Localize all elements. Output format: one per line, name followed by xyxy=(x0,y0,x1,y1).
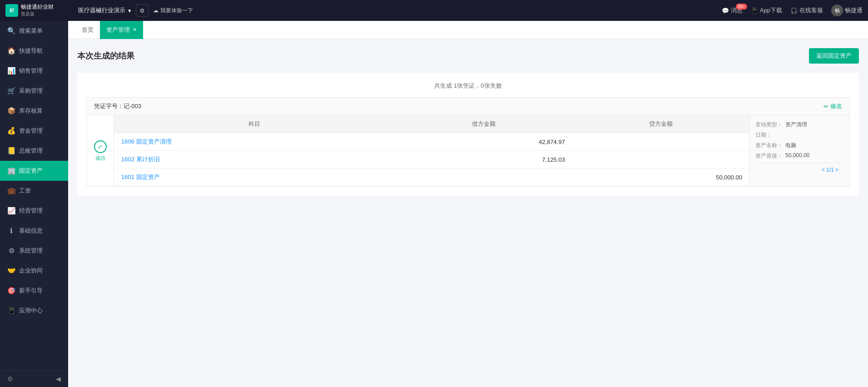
sidebar-item-quicknav[interactable]: 🏠 快捷导航 xyxy=(0,41,68,61)
cell-debit xyxy=(395,169,572,186)
user-profile[interactable]: 畅 畅捷通 xyxy=(831,5,863,16)
edit-button[interactable]: ✏ 修改 xyxy=(823,102,842,110)
sidebar-item-finance[interactable]: 💰 资金管理 xyxy=(0,121,68,141)
change-type-label: 变动类型： xyxy=(755,121,783,129)
sidebar-icon-cooperation: 🤝 xyxy=(7,267,15,275)
asset-name-label: 资产名称： xyxy=(755,142,783,149)
voucher-section: 凭证字号：记-003 ✏ 修改 xyxy=(86,97,850,187)
tab-home[interactable]: 首页 xyxy=(75,21,100,39)
asset-name-value: 电脑 xyxy=(785,142,796,149)
pagination[interactable]: < 1/1 > xyxy=(755,163,844,177)
sidebar-icon-basic_info: ℹ xyxy=(7,227,15,235)
table-row: 1602 累计折旧 7,125.03 xyxy=(114,151,749,169)
sidebar-label-sales: 销售管理 xyxy=(19,67,43,75)
online-service-button[interactable]: 🎧 在线客服 xyxy=(790,6,823,15)
cell-credit xyxy=(572,133,749,151)
sidebar-item-payroll[interactable]: 💼 工资 xyxy=(0,181,68,201)
top-bar: 好 畅捷通好业财 普及版 医疗器械行业演示 ▾ ⚙ ☁ 我要体验一下 💬 消息 … xyxy=(0,0,868,21)
voucher-header: 凭证字号：记-003 ✏ 修改 xyxy=(87,98,849,115)
side-row-asset-name: 资产名称： 电脑 xyxy=(755,142,844,149)
sidebar-label-purchase: 采购管理 xyxy=(19,87,43,95)
original-value-value: 50,000.00 xyxy=(785,152,809,160)
tab-asset_mgmt[interactable]: 资产管理✕ xyxy=(100,21,143,39)
sidebar-item-guide[interactable]: 🎯 新手引导 xyxy=(0,281,68,301)
experience-label: 我要体验一下 xyxy=(160,7,193,15)
company-name: 医疗器械行业演示 xyxy=(78,6,125,15)
sidebar-label-cooperation: 企业协同 xyxy=(19,267,43,275)
sidebar-icon-search: 🔍 xyxy=(7,27,15,35)
sidebar-item-basic_info[interactable]: ℹ 基础信息 xyxy=(0,221,68,241)
result-summary: 共生成 1张凭证，0张失败 xyxy=(86,82,850,90)
app-download-label: App下载 xyxy=(760,6,782,15)
chevron-down-icon: ▾ xyxy=(128,7,131,14)
side-info: 变动类型： 资产清理 日期： 资产名称： 电脑 xyxy=(749,115,849,186)
side-row-change-type: 变动类型： 资产清理 xyxy=(755,121,844,129)
sidebar-item-apps[interactable]: 📱 应用中心 xyxy=(0,301,68,321)
settings-button[interactable]: ⚙ xyxy=(136,4,149,17)
sidebar-item-fixed_assets[interactable]: 🏢 固定资产 xyxy=(0,161,68,181)
sidebar-item-search[interactable]: 🔍 搜索菜单 xyxy=(0,21,68,41)
phone-icon: 📱 xyxy=(751,7,758,14)
sidebar: 🔍 搜索菜单 🏠 快捷导航 📊 销售管理 🛒 采购管理 📦 库存核算 💰 资金管… xyxy=(0,21,68,387)
sidebar-item-purchase[interactable]: 🛒 采购管理 xyxy=(0,81,68,101)
cell-debit: 7,125.03 xyxy=(395,151,572,169)
sidebar-label-basic_info: 基础信息 xyxy=(19,227,43,235)
voucher-table-container: ✓ 成功 科目 借方金额 xyxy=(87,115,849,186)
tab-label-asset_mgmt: 资产管理 xyxy=(106,26,130,34)
edit-label: 修改 xyxy=(830,102,842,110)
message-icon: 💬 xyxy=(722,7,729,14)
sidebar-icon-finance: 💰 xyxy=(7,127,15,135)
sidebar-label-ledger: 总账管理 xyxy=(19,147,43,155)
sidebar-label-search: 搜索菜单 xyxy=(19,27,43,35)
table-wrapper: 科目 借方金额 贷方金额 1606 固定资产清理 42,874.97 1602 … xyxy=(114,115,749,186)
sidebar-item-system[interactable]: ⚙ 系统管理 xyxy=(0,241,68,261)
sidebar-item-inventory[interactable]: 📦 库存核算 xyxy=(0,101,68,121)
sidebar-icon-system: ⚙ xyxy=(7,247,15,255)
settings-bottom-icon[interactable]: ⚙ xyxy=(7,375,13,382)
sidebar-icon-inventory: 📦 xyxy=(7,107,15,115)
table-main: ✓ 成功 科目 借方金额 xyxy=(87,115,749,186)
sidebar-item-ledger[interactable]: 📒 总账管理 xyxy=(0,141,68,161)
username: 畅捷通 xyxy=(845,6,863,15)
avatar: 畅 xyxy=(831,5,843,16)
table-row: 1601 固定资产 50,000.00 xyxy=(114,169,749,186)
edit-icon: ✏ xyxy=(823,103,828,110)
cell-debit: 42,874.97 xyxy=(395,133,572,151)
table-row: 1606 固定资产清理 42,874.97 xyxy=(114,133,749,151)
sidebar-icon-apps: 📱 xyxy=(7,307,15,315)
tab-bar: 首页资产管理✕ xyxy=(68,21,868,39)
cell-account: 1602 累计折旧 xyxy=(114,151,395,169)
return-button[interactable]: 返回固定资产 xyxy=(809,48,859,64)
sidebar-icon-ledger: 📒 xyxy=(7,147,15,155)
experience-button[interactable]: ☁ 我要体验一下 xyxy=(153,7,193,15)
voucher-table: 科目 借方金额 贷方金额 1606 固定资产清理 42,874.97 1602 … xyxy=(114,115,749,186)
sidebar-bottom: ⚙ ◀ xyxy=(0,370,68,387)
sidebar-icon-fixed_assets: 🏢 xyxy=(7,167,15,175)
sidebar-label-guide: 新手引导 xyxy=(19,287,43,295)
voucher-number: 凭证字号：记-003 xyxy=(94,102,141,110)
sidebar-item-operations[interactable]: 📈 经营管理 xyxy=(0,201,68,221)
tab-close-asset_mgmt[interactable]: ✕ xyxy=(133,27,137,33)
success-icon-cell: ✓ 成功 xyxy=(87,115,114,186)
cloud-icon: ☁ xyxy=(153,7,159,14)
company-selector[interactable]: 医疗器械行业演示 ▾ xyxy=(78,6,131,15)
sidebar-label-finance: 资金管理 xyxy=(19,127,43,135)
headset-icon: 🎧 xyxy=(790,7,798,14)
sidebar-icon-sales: 📊 xyxy=(7,67,15,75)
content-area: 首页资产管理✕ 本次生成的结果 返回固定资产 共生成 1张凭证，0张失败 凭证字… xyxy=(68,21,868,387)
page-header: 本次生成的结果 返回固定资产 xyxy=(77,48,859,64)
top-right: 💬 消息 99+ 📱 App下载 🎧 在线客服 畅 畅捷通 xyxy=(722,5,863,16)
messages-button[interactable]: 💬 消息 99+ xyxy=(722,6,743,15)
logo: 好 畅捷通好业财 普及版 xyxy=(5,4,74,17)
page-content: 本次生成的结果 返回固定资产 共生成 1张凭证，0张失败 凭证字号：记-003 … xyxy=(68,39,868,387)
sidebar-label-system: 系统管理 xyxy=(19,247,43,255)
sidebar-item-sales[interactable]: 📊 销售管理 xyxy=(0,61,68,81)
original-value-label: 资产原值： xyxy=(755,152,783,160)
sidebar-item-cooperation[interactable]: 🤝 企业协同 xyxy=(0,261,68,281)
gear-icon: ⚙ xyxy=(139,7,145,14)
pagination-text[interactable]: < 1/1 > xyxy=(822,167,838,173)
collapse-icon[interactable]: ◀ xyxy=(56,375,61,382)
app-download-button[interactable]: 📱 App下载 xyxy=(751,6,782,15)
sidebar-icon-payroll: 💼 xyxy=(7,187,15,195)
cell-account: 1606 固定资产清理 xyxy=(114,133,395,151)
